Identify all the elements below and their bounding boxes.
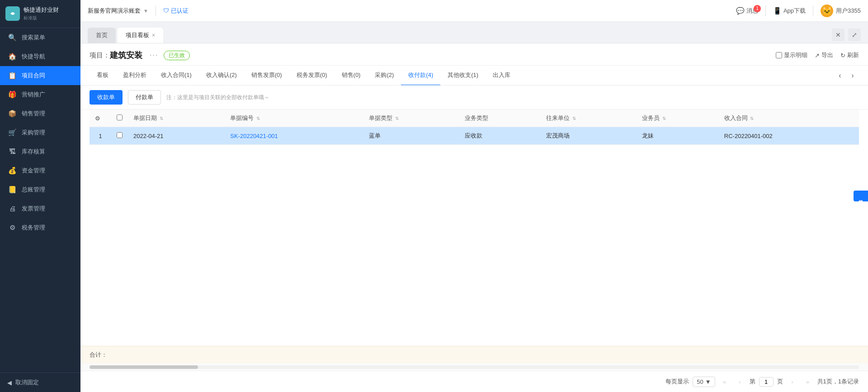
sidebar-item-contract[interactable]: 📋 项目合同 xyxy=(0,66,80,85)
col-biztype: 业务类型 xyxy=(459,110,541,127)
project-status-badge: 已生效 xyxy=(164,51,190,60)
cell-date: 2022-04-21 xyxy=(128,127,225,145)
subnav-tab-tax-invoice[interactable]: 税务发票(0) xyxy=(289,66,335,86)
col-number[interactable]: 单据编号 ⇅ xyxy=(225,110,363,127)
subnav-tab-kanban[interactable]: 看板 xyxy=(90,66,116,86)
subnav-tab-profit[interactable]: 盈利分析 xyxy=(116,66,154,86)
chevron-down-icon: ▼ xyxy=(143,8,148,14)
record-link[interactable]: SK-20220421-001 xyxy=(230,133,278,139)
tax-icon: ⚙ xyxy=(7,224,17,232)
col-type[interactable]: 单据类型 ⇅ xyxy=(363,110,459,127)
subnav-tab-other-expense[interactable]: 其他收支(1) xyxy=(440,66,486,86)
sort-icon: ⇅ xyxy=(160,116,163,121)
col-settings[interactable]: ⚙ xyxy=(90,110,111,127)
project-actions: 显示明细 ↗ 导出 ↻ 刷新 xyxy=(776,51,859,59)
table-row[interactable]: 1 2022-04-21 SK-20220421-001 蓝单 应收款 宏茂商场… xyxy=(90,127,859,145)
user-profile[interactable]: 🐱 用户3355 xyxy=(821,5,861,17)
subnav-tab-warehouse[interactable]: 出入库 xyxy=(486,66,518,86)
maximize-window-btn[interactable]: ⤢ xyxy=(848,29,861,41)
workspace-name: 新服务官网演示账套 xyxy=(88,7,141,15)
first-page-btn[interactable]: « xyxy=(719,376,731,387)
col-income-contract[interactable]: 收入合同 ⇅ xyxy=(719,110,859,127)
topbar-divider xyxy=(156,5,156,16)
subnav-next-btn[interactable]: › xyxy=(846,69,859,82)
tab-project-board[interactable]: 项目看板 × xyxy=(118,28,163,43)
main-area: 新服务官网演示账套 ▼ 🛡 已认证 💬 消息 1 📱 App下载 🐱 xyxy=(80,0,868,392)
project-more-btn[interactable]: ··· xyxy=(150,51,158,59)
app-logo xyxy=(5,6,20,21)
sidebar-item-search[interactable]: 🔍 搜索菜单 xyxy=(0,28,80,47)
tab-close-icon[interactable]: × xyxy=(152,32,155,38)
sidebar-item-label: 采购管理 xyxy=(22,129,45,137)
export-btn[interactable]: ↗ 导出 xyxy=(815,51,833,59)
sidebar-item-shortcut[interactable]: 🏠 快捷导航 xyxy=(0,47,80,66)
subnav: 看板 盈利分析 收入合同(1) 收入确认(2) 销售发票(0) 税务发票(0) … xyxy=(80,66,868,86)
subnav-tab-sales-invoice[interactable]: 销售发票(0) xyxy=(244,66,289,86)
subnav-tab-income-contract[interactable]: 收入合同(1) xyxy=(154,66,199,86)
cell-check[interactable] xyxy=(111,127,128,145)
col-checkbox[interactable] xyxy=(111,110,128,127)
sidebar-item-purchase[interactable]: 🛒 采购管理 xyxy=(0,123,80,142)
tab-home[interactable]: 首页 xyxy=(88,28,116,43)
topbar: 新服务官网演示账套 ▼ 🛡 已认证 💬 消息 1 📱 App下载 🐱 xyxy=(80,0,868,22)
next-page-btn[interactable]: › xyxy=(787,376,798,387)
page-size-value: 50 xyxy=(697,378,703,385)
row-checkbox[interactable] xyxy=(117,132,123,138)
message-btn[interactable]: 💬 消息 1 xyxy=(736,7,758,15)
page-summary: 共1页，1条记录 xyxy=(817,378,859,386)
app-download-btn[interactable]: 📱 App下载 xyxy=(773,7,806,15)
show-detail-checkbox[interactable] xyxy=(776,52,782,58)
app-edition: 标准版 xyxy=(24,15,59,21)
subnav-prev-btn[interactable]: ‹ xyxy=(834,69,846,82)
tabbar-controls: ✕ ⤢ xyxy=(832,29,861,41)
page-label: 第 xyxy=(750,378,755,386)
purchase-icon: 🛒 xyxy=(7,129,17,137)
table-wrapper: ⚙ 单据日期 ⇅ 单据编号 ⇅ xyxy=(80,110,868,346)
sort-icon: ⇅ xyxy=(662,116,666,121)
col-salesperson[interactable]: 业务员 ⇅ xyxy=(637,110,718,127)
receipt-btn[interactable]: 收款单 xyxy=(90,90,123,105)
search-icon: 🔍 xyxy=(7,33,17,42)
sidebar-item-ledger[interactable]: 📒 总账管理 xyxy=(0,180,80,199)
col-partner[interactable]: 往来单位 ⇅ xyxy=(541,110,637,127)
payment-btn[interactable]: 付款单 xyxy=(128,90,161,105)
sort-icon: ⇅ xyxy=(750,116,754,121)
show-detail-btn[interactable]: 显示明细 xyxy=(776,51,807,59)
sidebar-item-sales[interactable]: 📦 销售管理 xyxy=(0,104,80,123)
settings-icon[interactable]: ⚙ xyxy=(95,115,100,122)
sidebar-item-tax[interactable]: ⚙ 税务管理 xyxy=(0,218,80,237)
last-page-btn[interactable]: » xyxy=(802,376,814,387)
page-size-prefix: 每页显示 xyxy=(665,378,689,386)
sidebar-item-label: 资金管理 xyxy=(22,167,45,175)
toolbar-note: 注：这里是与项目关联的全部收付款单哦～ xyxy=(166,94,269,101)
feedback-btn[interactable]: 意见反馈 xyxy=(854,191,868,201)
page-label2: 页 xyxy=(777,378,783,386)
subnav-nav: ‹ › xyxy=(834,69,859,82)
sidebar-item-marketing[interactable]: 🎁 营销推广 xyxy=(0,85,80,104)
subnav-tab-receipt[interactable]: 收付款(4) xyxy=(401,66,440,86)
refresh-btn[interactable]: ↻ 刷新 xyxy=(840,51,859,59)
horizontal-scrollbar[interactable] xyxy=(80,363,868,371)
prev-page-btn[interactable]: ‹ xyxy=(734,376,746,387)
subnav-tab-purchase[interactable]: 采购(2) xyxy=(368,66,401,86)
sidebar-unpin[interactable]: ◀ 取消固定 xyxy=(0,373,80,392)
close-window-btn[interactable]: ✕ xyxy=(832,29,844,41)
cell-biztype: 应收款 xyxy=(459,127,541,145)
subnav-tab-income-confirm[interactable]: 收入确认(2) xyxy=(199,66,244,86)
tab-home-label: 首页 xyxy=(96,31,108,39)
sidebar-item-inventory[interactable]: 🏗 库存核算 xyxy=(0,142,80,161)
page-input[interactable] xyxy=(759,377,774,387)
home-icon: 🏠 xyxy=(7,53,17,61)
scrollbar-thumb[interactable] xyxy=(90,365,198,369)
select-all-checkbox[interactable] xyxy=(117,115,123,120)
col-date[interactable]: 单据日期 ⇅ xyxy=(128,110,225,127)
topbar-vdivider xyxy=(765,5,766,16)
sidebar-item-finance[interactable]: 💰 资金管理 xyxy=(0,161,80,180)
cell-number[interactable]: SK-20220421-001 xyxy=(225,127,363,145)
workspace-selector[interactable]: 新服务官网演示账套 ▼ xyxy=(88,7,148,15)
subnav-tab-sales[interactable]: 销售(0) xyxy=(335,66,368,86)
total-label: 合计： xyxy=(90,351,107,358)
sidebar-item-label: 总账管理 xyxy=(22,186,45,194)
sidebar-item-invoice[interactable]: 🖨 发票管理 xyxy=(0,199,80,218)
page-size-select[interactable]: 50 ▼ xyxy=(693,377,715,387)
